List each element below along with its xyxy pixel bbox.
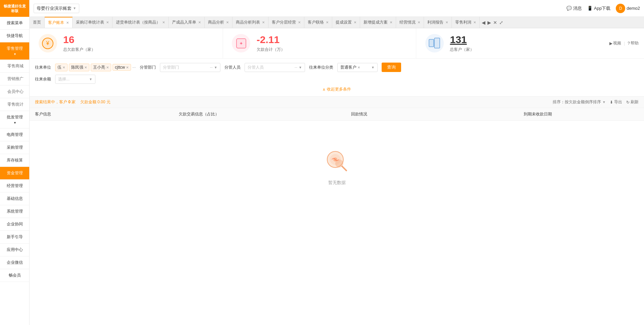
unit-tag-0: 伍 ✕ [55, 64, 68, 71]
tab-close-retail-profit[interactable]: ✕ [473, 21, 476, 24]
unit-category-tag-close[interactable]: ✕ [357, 66, 360, 69]
tab-close-operations-status[interactable]: ✕ [418, 21, 420, 24]
unit-tag-2-close[interactable]: ✕ [106, 66, 109, 69]
result-info: 搜索结果中，客户 0 家 欠款金额 0.00 元 [35, 99, 111, 105]
message-button[interactable]: 💬 消息 [566, 5, 582, 11]
unit-tag-0-close[interactable]: ✕ [62, 66, 65, 69]
sidebar-item-finance[interactable]: 资金管理 [0, 167, 29, 180]
sidebar-item-marketing[interactable]: 营销推广 [0, 73, 29, 85]
tab-customer-ledger[interactable]: 客户账本 ✕ [45, 17, 73, 28]
tab-close-new-tip[interactable]: ✕ [390, 21, 392, 24]
tab-close-purchase-stats[interactable]: ✕ [106, 21, 109, 24]
tab-inbound-stats[interactable]: 进货单统计表（按商品） ✕ [113, 17, 169, 28]
tab-close-customer-ledger[interactable]: ✕ [66, 21, 69, 25]
workspace-selector[interactable]: 母婴行业演示账套 ▼ [34, 4, 79, 13]
dept-select-more: ··· [210, 66, 213, 69]
unit-tags-more[interactable]: ··· [132, 65, 136, 70]
tab-new-tip[interactable]: 新增提成方案 ✕ [360, 17, 396, 28]
empty-text: 暂无数据 [328, 180, 346, 186]
debt-total-label: 欠款合计（万） [257, 47, 285, 52]
stat-debt-total: ✦ -2.11 欠款合计（万） [223, 28, 417, 58]
sidebar-item-member2[interactable]: 畅会员 [0, 269, 29, 282]
sidebar-item-system[interactable]: 系统管理 [0, 205, 29, 218]
header-left: 母婴行业演示账套 ▼ [34, 4, 79, 13]
tab-close-tip-settings[interactable]: ✕ [354, 21, 356, 24]
debt-customers-icon: ¥ [39, 34, 57, 52]
export-button[interactable]: ⬇ 导出 [610, 99, 622, 105]
tab-close-customer-contact[interactable]: ✕ [326, 21, 329, 24]
unit-tag-3-close[interactable]: ✕ [126, 66, 129, 69]
tab-product-analysis-list[interactable]: 商品分析列表 ✕ [232, 17, 268, 28]
sidebar-item-guide[interactable]: 新手引导 [0, 231, 29, 244]
result-actions: 排序：按欠款金额倒序排序 ▼ ⬇ 导出 ↻ 刷新 [553, 99, 639, 105]
query-button[interactable]: 查询 [382, 63, 401, 72]
sidebar-item-operations[interactable]: 经营管理 [0, 180, 29, 192]
tab-close-profit-report[interactable]: ✕ [445, 21, 448, 24]
unit-tag-2: 王小亮 ✕ [91, 64, 111, 71]
empty-state: 暂无数据 [30, 121, 644, 213]
sidebar-item-retail[interactable]: 零售管理 ▼ [0, 42, 29, 60]
collapse-more-btn[interactable]: ∧ 收起更多条件 [35, 86, 639, 92]
unit-category-dropdown-icon: ▼ [371, 66, 375, 69]
table-header: 客户信息 欠款交易信息（占比） 回款情况 到期未收款日期 [30, 108, 644, 121]
sidebar-item-apps[interactable]: 应用中心 [0, 244, 29, 256]
sidebar-item-batch[interactable]: 批发管理 ▼ [0, 111, 29, 129]
filter-row-2: 往来余额 选择... ▼ [35, 75, 639, 84]
tab-home[interactable]: 首页 [30, 17, 45, 28]
sidebar-item-retail-shop[interactable]: 零售商城 [0, 60, 29, 73]
unit-tag-1-close[interactable]: ✕ [84, 66, 87, 69]
sidebar-item-member[interactable]: 会员中心 [0, 85, 29, 98]
tab-close-product-inbound[interactable]: ✕ [198, 21, 201, 24]
video-link[interactable]: ▶ 视频 [609, 40, 621, 46]
tab-close-product-analysis[interactable]: ✕ [226, 21, 229, 24]
sidebar-item-purchase[interactable]: 采购管理 [0, 141, 29, 154]
sidebar-item-basic[interactable]: 基础信息 [0, 192, 29, 205]
result-bar: 搜索结果中，客户 0 家 欠款金额 0.00 元 排序：按欠款金额倒序排序 ▼ … [30, 97, 644, 108]
tab-close-customer-ops[interactable]: ✕ [298, 21, 301, 24]
refresh-button[interactable]: ↻ 刷新 [626, 99, 639, 105]
export-icon: ⬇ [610, 100, 613, 105]
balance-dropdown-icon: ▼ [89, 77, 92, 81]
tabs-prev-btn[interactable]: ◀ [481, 20, 486, 25]
tab-product-analysis[interactable]: 商品分析 ✕ [205, 17, 232, 28]
sidebar-item-quick[interactable]: 快捷导航 [0, 30, 29, 42]
unit-category-tag: 普通客户 ✕ [340, 65, 360, 70]
tab-tip-settings[interactable]: 提成设置 ✕ [332, 17, 360, 28]
tabs-next-btn[interactable]: ▶ [487, 20, 492, 25]
tab-customer-contact[interactable]: 客户联络 ✕ [304, 17, 332, 28]
unit-category-select[interactable]: 普通客户 ✕ ▼ [337, 63, 378, 72]
sidebar-item-inventory[interactable]: 库存核算 [0, 154, 29, 167]
tab-retail-profit[interactable]: 零售利润 ✕ [452, 17, 480, 28]
unit-category-label: 往来单位分类 [309, 65, 333, 70]
person-select[interactable]: 分管人员 ··· ▼ [245, 63, 305, 72]
tab-purchase-stats[interactable]: 采购订单统计表 ✕ [73, 17, 113, 28]
sidebar-item-wecom[interactable]: 企业微信 [0, 256, 29, 269]
col-header-payment: 回款情况 [351, 111, 523, 117]
tabs-close-all-btn[interactable]: ✕ [492, 20, 498, 25]
sidebar-item-search[interactable]: 搜索菜单 [0, 17, 29, 30]
help-link[interactable]: ? 帮助 [628, 40, 639, 46]
svg-rect-5 [434, 38, 440, 48]
filter-area: 往来单位 伍 ✕ 陈民强 ✕ 王小亮 ✕ cjttcw [30, 59, 644, 97]
user-profile[interactable]: D demo2 [616, 4, 640, 13]
stat-text-total: 131 总客户（家） [450, 34, 474, 52]
col-header-debt: 欠款交易信息（占比） [179, 111, 351, 117]
tab-product-inbound[interactable]: 产成品入库单 ✕ [169, 17, 205, 28]
sidebar-item-ecommerce[interactable]: 电商管理 [0, 129, 29, 141]
tab-profit-report[interactable]: 利润报告 ✕ [424, 17, 452, 28]
refresh-icon: ↻ [626, 100, 630, 105]
tab-customer-ops[interactable]: 客户分层经营 ✕ [268, 17, 304, 28]
sidebar-item-retail-stats[interactable]: 零售统计 [0, 98, 29, 111]
dept-select[interactable]: 分管部门 ··· ▼ [160, 63, 220, 72]
sidebar-item-enterprise[interactable]: 企业协同 [0, 218, 29, 231]
tabs-expand-btn[interactable]: ⤢ [499, 20, 504, 25]
tab-close-product-analysis-list[interactable]: ✕ [262, 21, 265, 24]
balance-select[interactable]: 选择... ▼ [55, 75, 95, 84]
tab-close-inbound-stats[interactable]: ✕ [162, 21, 165, 24]
tab-operations-status[interactable]: 经营情况 ✕ [396, 17, 424, 28]
app-download-button[interactable]: 📱 App下载 [587, 5, 610, 11]
total-customers-number: 131 [450, 34, 474, 45]
col-header-customer: 客户信息 [35, 111, 179, 117]
sort-selector[interactable]: 排序：按欠款金额倒序排序 ▼ [553, 99, 606, 105]
col-header-date: 到期未收款日期 [524, 111, 639, 117]
